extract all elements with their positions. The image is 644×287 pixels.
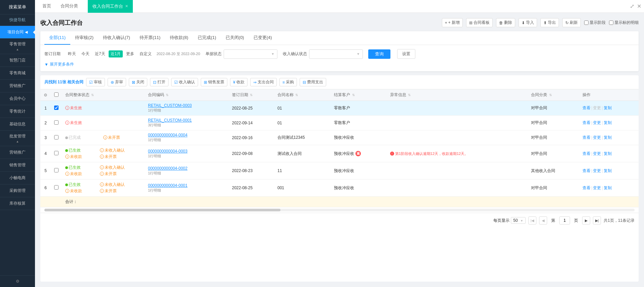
- status-tab-pending-invoice[interactable]: 待开票(11): [135, 31, 165, 45]
- op-变更-btn[interactable]: 变更: [593, 186, 601, 190]
- page-input[interactable]: [559, 216, 570, 224]
- op-查看-btn[interactable]: 查看: [582, 186, 591, 190]
- filter-expand-toggle[interactable]: ▼ 展开更多条件: [44, 62, 635, 67]
- sidebar-item-xiaohu[interactable]: 小畅电商: [0, 172, 35, 184]
- sidebar-item-smart-store[interactable]: 智慧门店: [0, 54, 35, 67]
- tab-contract-type[interactable]: 合同分类 ✕: [56, 0, 88, 13]
- purchase-action-btn[interactable]: ≡ 采购: [279, 78, 297, 86]
- status-tab-changed[interactable]: 已变更(4): [249, 31, 277, 45]
- row-checkbox[interactable]: [54, 120, 59, 125]
- review-action-btn[interactable]: ☑ 审核: [86, 78, 105, 86]
- status-tab-closed[interactable]: 已关闭(0): [221, 31, 249, 45]
- row-checkbox[interactable]: [54, 135, 59, 139]
- close-action-btn[interactable]: ⊠ 关闭: [129, 78, 147, 86]
- last-page-btn[interactable]: ▶|: [593, 216, 601, 224]
- settings-col-icon[interactable]: ⚙: [44, 93, 47, 97]
- sidebar-item-project[interactable]: 项目合同 ◀: [0, 26, 35, 39]
- sidebar-item-retail-stats[interactable]: 零售统计: [0, 105, 35, 118]
- delete-button[interactable]: 🗑 删除: [496, 18, 515, 27]
- contract-code-link[interactable]: 0000000000004-0004: [148, 133, 187, 137]
- op-查看-btn[interactable]: 查看: [582, 168, 591, 173]
- sidebar-item-marketing[interactable]: 营销推广: [0, 80, 35, 92]
- filter-last7[interactable]: 近7天: [93, 50, 107, 57]
- page-size-box[interactable]: 50 ▼: [511, 217, 526, 224]
- contract-code-link[interactable]: 0000000000004-0001: [148, 183, 187, 188]
- tab-close-contract-type[interactable]: ✕: [80, 4, 83, 8]
- filter-today[interactable]: 今天: [79, 50, 91, 57]
- row-checkbox[interactable]: [54, 151, 59, 155]
- sales-invoice-action-btn[interactable]: ⊞ 销售发票: [201, 78, 227, 86]
- op-复制-btn[interactable]: 复制: [604, 135, 612, 140]
- op-变更-btn[interactable]: 变更: [593, 168, 601, 173]
- status-tab-pending-review[interactable]: 待审核(2): [70, 31, 98, 45]
- sidebar-quicknav[interactable]: 快捷导航: [0, 14, 35, 26]
- filter-doc-status-select[interactable]: ▼: [224, 49, 277, 59]
- first-page-btn[interactable]: |◀: [528, 216, 536, 224]
- op-复制-btn[interactable]: 复制: [604, 120, 612, 125]
- expense-payout-action-btn[interactable]: ⊟ 费用支出: [300, 78, 326, 86]
- filter-settings-button[interactable]: 设置: [397, 49, 415, 59]
- maximize-icon[interactable]: ⤢: [630, 3, 634, 9]
- sidebar-item-sales-mgmt[interactable]: 销售管理: [0, 159, 35, 172]
- op-复制-btn[interactable]: 复制: [604, 151, 612, 156]
- op-查看-btn[interactable]: 查看: [582, 151, 591, 156]
- op-变更-btn[interactable]: 变更: [593, 120, 601, 125]
- sidebar-item-marketing2[interactable]: 营销推广: [0, 146, 35, 159]
- show-details-input[interactable]: [609, 20, 613, 25]
- sidebar-item-purchase[interactable]: 采购管理: [0, 184, 35, 197]
- op-复制-btn[interactable]: 复制: [604, 106, 612, 110]
- show-stages-checkbox[interactable]: 显示阶段: [584, 20, 606, 26]
- op-复制-btn[interactable]: 复制: [604, 186, 612, 190]
- new-button[interactable]: + + 新增: [442, 18, 463, 27]
- op-变更-btn[interactable]: 变更: [593, 151, 601, 156]
- sidebar-settings[interactable]: ⚙: [0, 275, 35, 287]
- row-checkbox[interactable]: [54, 185, 59, 190]
- close-icon[interactable]: ✕: [637, 3, 641, 9]
- show-stages-input[interactable]: [584, 20, 589, 25]
- status-tab-all[interactable]: 全部(11): [44, 31, 70, 45]
- op-复制-btn[interactable]: 复制: [604, 168, 612, 173]
- sidebar-item-retail-mall[interactable]: 零售商城: [0, 67, 35, 80]
- filter-more[interactable]: 更多: [124, 50, 136, 57]
- filter-last1month[interactable]: 近1月: [109, 50, 123, 57]
- contract-code-link[interactable]: 0000000000004-0003: [148, 149, 187, 154]
- op-查看-btn[interactable]: 查看: [582, 106, 591, 110]
- tab-close-income-workbench[interactable]: ✕: [125, 4, 128, 8]
- sidebar-item-wholesale-mgmt[interactable]: 批发管理 ▲: [0, 131, 35, 146]
- row-checkbox[interactable]: [54, 168, 59, 172]
- next-page-btn[interactable]: ▶: [582, 216, 590, 224]
- sidebar-item-retail-mgmt[interactable]: 零售管理 ▲: [0, 39, 35, 54]
- payout-contract-action-btn[interactable]: ⇒ 支出合同: [250, 78, 277, 86]
- contract-code-link[interactable]: RETAIL_CUSTOM-0003: [148, 103, 192, 108]
- op-查看-btn[interactable]: 查看: [582, 120, 591, 125]
- select-all-checkbox[interactable]: [54, 92, 59, 97]
- filter-income-confirm-select[interactable]: ▼: [309, 49, 363, 59]
- contract-code-link[interactable]: 0000000000004-0002: [148, 166, 187, 171]
- horizontal-scrollbar[interactable]: [44, 209, 635, 211]
- sidebar-item-base-info[interactable]: 基础信息: [0, 118, 35, 131]
- row-checkbox[interactable]: [54, 106, 59, 110]
- op-变更-btn[interactable]: 变更: [593, 135, 601, 140]
- query-button[interactable]: 查询: [368, 49, 390, 59]
- tab-income-workbench[interactable]: 收入合同工作台 ✕: [88, 0, 133, 13]
- show-details-checkbox[interactable]: 显示标的明细: [609, 20, 639, 26]
- sidebar-item-inventory[interactable]: 库存核算: [0, 197, 35, 210]
- scrollbar-thumb[interactable]: [44, 209, 280, 211]
- export-button[interactable]: ⬆ 导出: [540, 18, 559, 27]
- open-action-btn[interactable]: ⊡ 打开: [150, 78, 168, 86]
- refresh-button[interactable]: ↻ 刷新: [562, 18, 581, 27]
- status-tab-completed[interactable]: 已完成(1): [193, 31, 221, 45]
- collection-action-btn[interactable]: ¥ 收款: [230, 78, 248, 86]
- abandon-action-btn[interactable]: ⊛ 弃审: [108, 78, 126, 86]
- contract-code-link[interactable]: RETAIL_CUSTOM-0001: [148, 118, 192, 123]
- sidebar-search[interactable]: 搜索菜单: [0, 0, 35, 14]
- sidebar-item-member[interactable]: 会员中心: [0, 92, 35, 105]
- kanban-button[interactable]: ⊞ 合同看板: [466, 18, 493, 27]
- filter-custom[interactable]: 自定义: [138, 50, 154, 57]
- prev-page-btn[interactable]: ◀: [539, 216, 547, 224]
- op-查看-btn[interactable]: 查看: [582, 135, 591, 140]
- status-tab-pending-income[interactable]: 待收入确认(7): [98, 31, 135, 45]
- tab-home[interactable]: 首页: [38, 0, 56, 13]
- status-tab-pending-collection[interactable]: 待收款(8): [165, 31, 193, 45]
- import-button[interactable]: ⬇ 导入: [519, 18, 537, 27]
